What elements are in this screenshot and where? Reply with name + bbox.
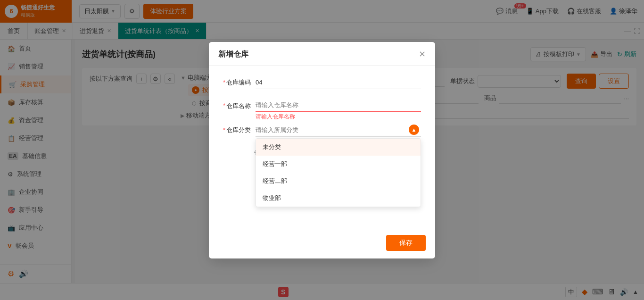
save-button[interactable]: 保存 (386, 235, 426, 251)
add-warehouse-dialog: 新增仓库 ✕ * 仓库编码 * 仓库名称 请输入仓库名称 * (209, 42, 435, 258)
category-toggle-button[interactable]: ▲ (409, 125, 419, 135)
category-dropdown: 未分类 经营一部 经营二部 物业部 (256, 138, 421, 207)
dialog-title: 新增仓库 (218, 50, 248, 59)
chevron-up-icon: ▲ (412, 127, 417, 133)
category-label: 仓库分类 (226, 126, 256, 134)
name-required: * (223, 99, 225, 109)
name-error-message: 请输入仓库名称 (256, 113, 295, 121)
name-row: * 仓库名称 请输入仓库名称 (223, 99, 421, 112)
category-row: * 仓库分类 ▲ 未分类 经营一部 (223, 124, 421, 137)
code-required: * (223, 79, 225, 86)
dialog-header: 新增仓库 ✕ (209, 42, 435, 66)
dropdown-item-dept1[interactable]: 经营一部 (256, 156, 421, 173)
dropdown-item-uncategorized[interactable]: 未分类 (256, 139, 421, 156)
code-input[interactable] (256, 76, 421, 89)
name-label: 仓库名称 (226, 99, 256, 110)
dialog-close-button[interactable]: ✕ (419, 50, 426, 58)
category-required: * (223, 126, 225, 133)
category-input[interactable] (256, 124, 421, 136)
dropdown-item-dept2[interactable]: 经营二部 (256, 173, 421, 190)
code-label: 仓库编码 (226, 78, 256, 87)
dialog-body: * 仓库编码 * 仓库名称 请输入仓库名称 * 仓库分类 (209, 66, 435, 183)
category-select-wrapper: ▲ 未分类 经营一部 经营二部 物业部 (256, 124, 421, 137)
dialog-footer: 保存 (209, 230, 435, 258)
modal-overlay: 新增仓库 ✕ * 仓库编码 * 仓库名称 请输入仓库名称 * (0, 0, 644, 300)
dropdown-item-property[interactable]: 物业部 (256, 190, 421, 207)
name-input[interactable] (256, 99, 421, 112)
name-input-wrapper: 请输入仓库名称 (256, 99, 421, 112)
code-row: * 仓库编码 (223, 76, 421, 89)
